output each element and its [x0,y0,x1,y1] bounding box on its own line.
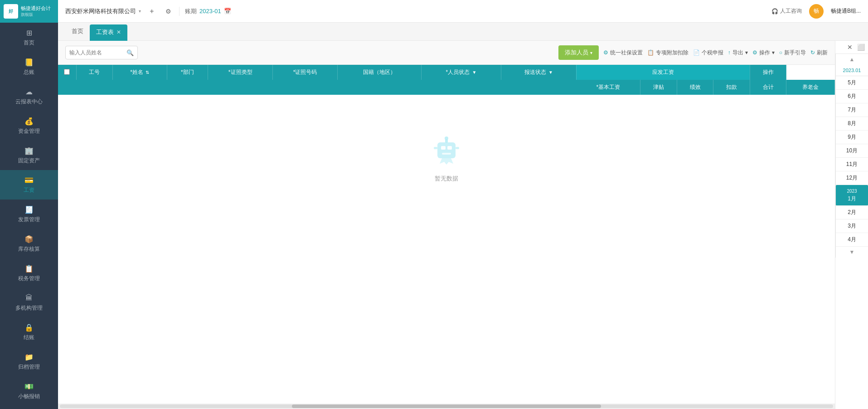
sidebar-item-label: 库存核算 [18,245,40,253]
calendar-icon[interactable]: 📅 [224,8,231,15]
sidebar-item-fixed-assets[interactable]: 🏢 固定资产 [0,141,58,170]
social-security-label: 统一社保设置 [610,49,643,57]
refresh-action[interactable]: ↻ 刷新 [810,49,828,57]
tax-icon: 📋 [24,264,34,273]
month-item-2023-01[interactable]: 2023 1月 [836,185,868,206]
sidebar-item-fund[interactable]: 💰 资金管理 [0,111,58,141]
month-list: ▲ 2023.01 5月 6月 7月 8月 9月 10月 11月 12月 202… [835,54,868,258]
service-label: 人工咨询 [780,7,802,15]
search-input[interactable] [69,49,124,56]
user-name[interactable]: 畅捷通B组... [831,7,861,15]
empty-state: 暂无数据 [58,95,835,219]
company-selector[interactable]: 西安虾米网络科技有限公司 ▾ [65,7,141,15]
col-employee-id: 工号 [76,65,112,80]
topbar-divider [179,7,179,16]
sidebar-item-multi-org[interactable]: 🏛 多机构管理 [0,288,58,317]
sidebar-item-archive[interactable]: 📁 归档管理 [0,347,58,376]
month-item-2022-07[interactable]: 7月 [836,103,868,117]
refresh-icon: ↻ [810,49,815,56]
month-item-2022-08[interactable]: 8月 [836,117,868,131]
archive-icon: 📁 [24,352,34,361]
sidebar-item-label: 资金管理 [18,127,40,135]
period-label: 账期 [185,7,197,15]
logo-icon: 好 [4,4,18,19]
tab-close-icon[interactable]: ✕ [116,29,121,35]
user-avatar: 畅 [809,4,824,19]
filter-icon: ▼ [548,70,553,75]
sidebar-item-label: 结账 [24,334,34,341]
special-deduct-icon: 📋 [647,49,654,56]
month-item-2022-12[interactable]: 12月 [836,171,868,185]
personal-tax-label: 个税申报 [702,49,723,57]
month-item-2022-05[interactable]: 5月 [836,76,868,90]
service-button[interactable]: 🎧 人工咨询 [771,7,802,15]
sidebar-nav: ⊞ 首页 📒 总账 ☁ 云报表中心 💰 资金管理 🏢 固定资产 💳 工资 🧾 发… [0,23,58,409]
panel-expand-button[interactable]: ⬜ [856,43,865,52]
month-item-2022-10[interactable]: 10月 [836,144,868,158]
current-period-label: 2023.01 [836,65,868,76]
col-name[interactable]: *姓名 ⇅ [112,65,167,80]
sidebar-item-cloud-report[interactable]: ☁ 云报表中心 [0,82,58,111]
svg-rect-6 [434,147,437,149]
social-security-icon: ⚙ [603,49,608,56]
month-item-2023-03[interactable]: 3月 [836,219,868,233]
sidebar-item-invoice[interactable]: 🧾 发票管理 [0,200,58,229]
tab-home[interactable]: 首页 [65,23,90,41]
operations-label: 操作 [759,49,770,57]
personal-tax-action[interactable]: 📄 个税申报 [693,49,723,57]
fixed-assets-icon: 🏢 [24,146,34,155]
app-logo: 好 畅捷通好会计 旗舰版 [0,0,58,23]
col-report-status[interactable]: 报送状态 ▼ [501,65,576,80]
special-deduct-action[interactable]: 📋 专项附加扣除 [647,49,689,57]
sidebar-item-label: 首页 [24,39,34,47]
month-scroll-down-button[interactable]: ▼ [836,247,868,258]
empty-illustration [428,131,465,167]
year-badge: 2023 [845,188,858,194]
sidebar-item-label: 小畅报销 [18,393,40,400]
month-scroll-up-button[interactable]: ▲ [836,54,868,65]
svg-rect-3 [442,153,451,155]
company-settings-button[interactable]: ⚙ [163,6,174,17]
sidebar-item-home[interactable]: ⊞ 首页 [0,23,58,52]
col-status[interactable]: *人员状态 ▼ [421,65,501,80]
sidebar-item-label: 多机构管理 [15,304,43,312]
col-checkbox[interactable] [58,65,76,80]
sidebar-item-label: 云报表中心 [15,98,43,106]
export-label: 导出 [732,49,743,57]
month-item-2023-02[interactable]: 2月 [836,206,868,219]
add-people-button[interactable]: 添加人员 ▾ [558,45,599,60]
select-all-checkbox[interactable] [64,69,70,75]
sidebar-item-inventory[interactable]: 📦 库存核算 [0,229,58,258]
salary-icon: 💳 [24,175,34,185]
search-wrap[interactable]: 🔍 [65,46,138,59]
add-company-button[interactable]: + [146,6,157,17]
sidebar-item-close[interactable]: 🔒 结账 [0,317,58,347]
month-item-2022-11[interactable]: 11月 [836,158,868,171]
month-item-2022-06[interactable]: 6月 [836,90,868,103]
social-security-action[interactable]: ⚙ 统一社保设置 [603,49,643,57]
sidebar-item-salary[interactable]: 💳 工资 [0,170,58,200]
guide-action[interactable]: ○ 新手引导 [779,49,806,57]
app-edition: 旗舰版 [21,12,51,18]
close-period-icon: 🔒 [24,323,34,332]
app-name: 畅捷通好会计 [21,5,51,11]
col-deduction: 扣款 [713,80,750,95]
col-actions: 操作 [750,65,786,80]
sidebar-item-label: 税务管理 [18,275,40,282]
sidebar-item-tax[interactable]: 📋 税务管理 [0,258,58,288]
sidebar-item-expense[interactable]: 💵 小畅报销 [0,376,58,406]
chevron-down-icon: ▾ [139,9,141,14]
month-item-2022-09[interactable]: 9月 [836,131,868,144]
sidebar-item-ledger[interactable]: 📒 总账 [0,52,58,82]
tab-salary-table[interactable]: 工资表 ✕ [90,24,127,41]
operations-action[interactable]: ⚙ 操作 ▾ [752,49,775,57]
salary-table: 工号 *姓名 ⇅ *部门 *证照类型 *证照号码 国籍（地区） *人员状态 [58,65,835,219]
month-item-2023-04[interactable]: 4月 [836,233,868,247]
sidebar-item-settings[interactable]: ⚙ 基础设置 [0,406,58,409]
export-action[interactable]: ↑ 导出 ▾ [728,49,748,57]
guide-label: 新手引导 [784,49,806,57]
table-scrollbar[interactable] [58,404,835,409]
panel-close-button[interactable]: ✕ [845,43,854,52]
export-arrow-icon: ▾ [745,49,748,56]
guide-icon: ○ [779,49,782,56]
